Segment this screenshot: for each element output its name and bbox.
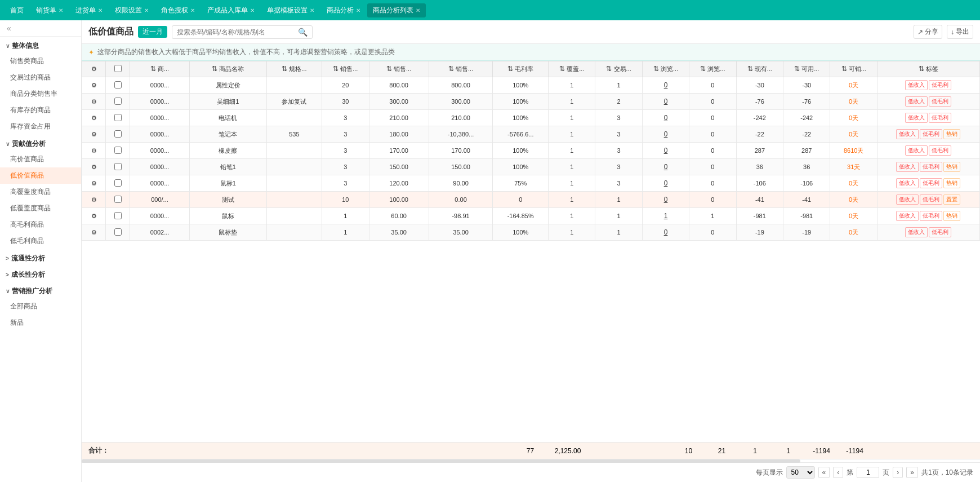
col-header-trade[interactable]: ⇅ 交易... [595,61,642,77]
sidebar-item-category-rate[interactable]: 商品分类销售率 [0,86,81,102]
sidebar-item-low-coverage[interactable]: 低覆盖度商品 [0,200,81,216]
row-checkbox[interactable] [106,94,130,110]
row-checkbox[interactable] [106,192,130,208]
nav-finished-goods[interactable]: 产成品入库单 ✕ [202,3,260,17]
row-browse1[interactable]: 0 [642,126,689,143]
col-header-sales-qty[interactable]: ⇅ 销售... [322,61,369,77]
close-icon[interactable]: ✕ [416,7,420,14]
sidebar-item-high-coverage[interactable]: 高覆盖度商品 [0,184,81,200]
row-checkbox[interactable] [106,126,130,143]
row-select-checkbox[interactable] [114,130,122,138]
row-select-checkbox[interactable] [114,98,122,105]
browse1-link[interactable]: 1 [664,212,668,220]
col-header-stock[interactable]: ⇅ 现有... [736,61,783,77]
row-gear[interactable]: ⚙ [82,126,106,143]
col-header-sellable[interactable]: ⇅ 可销... [830,61,877,77]
close-icon[interactable]: ✕ [356,7,360,14]
col-header-browse1[interactable]: ⇅ 浏览... [642,61,689,77]
row-gear[interactable]: ⚙ [82,224,106,241]
close-icon[interactable]: ✕ [310,7,314,14]
share-button[interactable]: ↗ 分享 [914,25,942,39]
search-icon[interactable]: 🔍 [298,28,308,37]
row-select-checkbox[interactable] [114,147,122,154]
browse1-link[interactable]: 0 [664,163,668,171]
row-select-checkbox[interactable] [114,228,122,236]
col-header-avail[interactable]: ⇅ 可用... [783,61,830,77]
sidebar-collapse-btn[interactable]: « [3,23,15,34]
row-checkbox[interactable] [106,224,130,241]
nav-product-analysis[interactable]: 商品分析 ✕ [321,3,366,17]
per-page-select[interactable]: 50 100 200 [786,466,815,479]
sidebar-item-sales-goods[interactable]: 销售类商品 [0,53,81,69]
col-header-name[interactable]: ⇅ 商品名称 [190,61,266,77]
browse1-link[interactable]: 0 [664,228,668,236]
nav-purchase-order[interactable]: 进货单 ✕ [70,3,108,17]
row-browse1[interactable]: 0 [642,175,689,192]
row-gear[interactable]: ⚙ [82,94,106,110]
row-gear[interactable]: ⚙ [82,143,106,159]
row-gear[interactable]: ⚙ [82,110,106,126]
sidebar-item-low-value[interactable]: 低价值商品 [0,167,81,184]
row-gear[interactable]: ⚙ [82,192,106,208]
browse1-link[interactable]: 0 [664,147,668,154]
nav-template-settings[interactable]: 单据模板设置 ✕ [261,3,320,17]
last-page-btn[interactable]: » [906,467,918,478]
close-icon[interactable]: ✕ [250,7,255,14]
sidebar-group-contribution[interactable]: ∨ 贡献值分析 [0,135,81,151]
row-browse1[interactable]: 0 [642,110,689,126]
row-checkbox[interactable] [106,175,130,192]
nav-home[interactable]: 首页 [5,3,29,17]
row-checkbox[interactable] [106,110,130,126]
row-select-checkbox[interactable] [114,196,122,203]
nav-role-auth[interactable]: 角色授权 ✕ [155,3,201,17]
row-browse1[interactable]: 0 [642,159,689,175]
row-checkbox[interactable] [106,143,130,159]
row-gear[interactable]: ⚙ [82,175,106,192]
nav-permissions[interactable]: 权限设置 ✕ [109,3,154,17]
close-icon[interactable]: ✕ [144,7,149,14]
close-icon[interactable]: ✕ [59,7,63,14]
col-header-gear[interactable]: ⚙ [82,61,106,77]
browse1-link[interactable]: 0 [664,130,668,138]
search-input[interactable] [177,28,298,36]
sidebar-group-growth[interactable]: > 成长性分析 [0,266,81,282]
sidebar-item-all-goods[interactable]: 全部商品 [0,298,81,315]
row-browse1[interactable]: 0 [642,143,689,159]
nav-sales-order[interactable]: 销货单 ✕ [30,3,69,17]
prev-page-btn[interactable]: ‹ [833,467,843,478]
sidebar-group-circulation[interactable]: > 流通性分析 [0,249,81,266]
col-header-tags[interactable]: ⇅ 标签 [877,61,979,77]
close-icon[interactable]: ✕ [98,7,103,14]
row-gear[interactable]: ⚙ [82,159,106,175]
sidebar-item-stock-capital[interactable]: 库存资金占用 [0,118,81,135]
col-header-gross-rate[interactable]: ⇅ 毛利率 [493,61,549,77]
filter-recent-month-btn[interactable]: 近一月 [138,26,167,38]
nav-analysis-list[interactable]: 商品分析列表 ✕ [367,3,426,17]
row-select-checkbox[interactable] [114,114,122,121]
browse1-link[interactable]: 0 [664,98,668,105]
page-number-input[interactable] [857,467,879,478]
col-header-code[interactable]: ⇅ 商... [130,61,189,77]
first-page-btn[interactable]: « [818,467,830,478]
sidebar-item-low-margin[interactable]: 低毛利商品 [0,233,81,249]
row-checkbox[interactable] [106,77,130,94]
row-gear[interactable]: ⚙ [82,208,106,224]
row-checkbox[interactable] [106,159,130,175]
close-icon[interactable]: ✕ [190,7,195,14]
browse1-link[interactable]: 0 [664,81,668,89]
row-browse1[interactable]: 0 [642,77,689,94]
sidebar-group-overall[interactable]: ∨ 整体信息 [0,37,81,53]
row-browse1[interactable]: 1 [642,208,689,224]
sidebar-item-high-value[interactable]: 高价值商品 [0,151,81,167]
row-browse1[interactable]: 0 [642,94,689,110]
row-select-checkbox[interactable] [114,212,122,219]
select-all-checkbox[interactable] [114,65,122,72]
row-select-checkbox[interactable] [114,179,122,187]
next-page-btn[interactable]: › [893,467,903,478]
export-button[interactable]: ↓ 导出 [947,25,973,39]
col-header-sales-amt[interactable]: ⇅ 销售... [369,61,429,77]
row-checkbox[interactable] [106,208,130,224]
col-header-cb[interactable] [106,61,130,77]
row-select-checkbox[interactable] [114,81,122,89]
row-select-checkbox[interactable] [114,163,122,170]
